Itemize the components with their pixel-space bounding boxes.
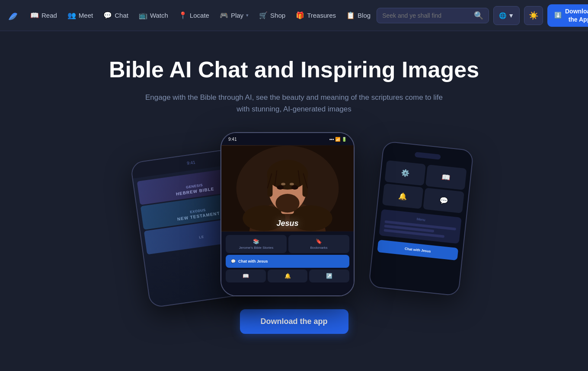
nav-play-label: Play [231, 12, 243, 19]
theme-toggle-button[interactable]: ☀️ [524, 6, 543, 25]
notify-icon: 🔔 [284, 273, 291, 279]
read-action-icon: 📖 [243, 273, 249, 279]
svg-point-12 [291, 185, 298, 190]
nav-shop[interactable]: 🛒 Shop [255, 8, 290, 23]
nav-shop-label: Shop [270, 12, 285, 19]
nav-chat-label: Chat [115, 12, 128, 19]
nav-treasures[interactable]: 🎁 Treasures [291, 8, 340, 23]
nav-treasures-label: Treasures [307, 12, 336, 19]
nav-meet-label: Meet [79, 12, 93, 19]
svg-point-7 [267, 160, 308, 190]
download-app-button[interactable]: ⬇️ Download the App [547, 4, 588, 27]
play-dropdown-icon: ▾ [246, 13, 249, 18]
chat-jesus-label: Chat with Jesus [238, 259, 268, 263]
svg-point-10 [275, 194, 299, 212]
tile-1-icon: ⚙️ [400, 168, 410, 178]
play-icon: 🎮 [220, 11, 228, 19]
language-selector[interactable]: 🌐 ▼ [493, 6, 520, 25]
nav-locate[interactable]: 📍 Locate [174, 8, 214, 23]
hero-section: Bible AI Chat and Inspiring Images Engag… [0, 31, 588, 360]
search-icon: 🔍 [474, 11, 483, 20]
phone-right: ⚙️ 📖 🔔 💬 Menu [368, 141, 474, 296]
action-row-1: 📚 Jerome's Bible Stories 🔖 Bookmarks [226, 235, 349, 253]
search-button[interactable]: 🔍 [474, 11, 483, 20]
app-preview: 9:41 Genesis HEBREW BIBLE Exodus NEW TES… [121, 132, 467, 296]
nav-watch[interactable]: 📺 Watch [134, 8, 173, 23]
download-app-cta-button[interactable]: Download the app [240, 309, 348, 334]
download-icon: ⬇️ [554, 11, 562, 19]
action-bookmarks: 🔖 Bookmarks [288, 235, 349, 253]
phone-time: 9:41 [228, 137, 236, 142]
action-share: ↗️ [309, 270, 349, 282]
action-row-2: 📖 🔔 ↗️ [226, 270, 349, 282]
action-notify: 🔔 [268, 270, 308, 282]
grid-tile-1: ⚙️ [384, 160, 426, 186]
blog-icon: 📋 [346, 11, 355, 19]
locate-icon: 📍 [179, 11, 187, 19]
watch-icon: 📺 [139, 11, 147, 19]
action-read: 📖 [226, 270, 266, 282]
svg-point-14 [290, 183, 294, 185]
treasures-icon: 🎁 [296, 11, 304, 19]
hero-title: Bible AI Chat and Inspiring Images [109, 57, 479, 83]
logo[interactable] [5, 8, 21, 23]
sun-icon: ☀️ [529, 11, 538, 20]
right-phone-grid: ⚙️ 📖 🔔 💬 [382, 160, 467, 213]
jesus-portrait-svg [221, 145, 354, 231]
navbar: 📖 Read 👥 Meet 💬 Chat 📺 Watch 📍 Locate 🎮 … [0, 0, 588, 31]
grid-tile-4: 💬 [423, 188, 464, 213]
phone-actions: 📚 Jerome's Bible Stories 🔖 Bookmarks 💬 C… [221, 231, 354, 295]
chat-icon: 💬 [103, 11, 112, 19]
meet-icon: 👥 [67, 11, 76, 19]
stories-icon: 📚 [253, 238, 259, 244]
flag-icon: 🌐 [499, 12, 506, 19]
nav-blog-label: Blog [358, 12, 371, 19]
phone-signals: ▪▪▪ 📶 🔋 [329, 137, 347, 142]
grid-tile-3: 🔔 [382, 184, 424, 209]
share-icon: ↗️ [326, 273, 332, 279]
grid-tile-2: 📖 [425, 165, 467, 190]
shop-icon: 🛒 [259, 11, 268, 19]
search-bar: 🔍 [377, 8, 489, 23]
stories-label: Jerome's Bible Stories [239, 246, 273, 250]
bookmarks-label: Bookmarks [310, 246, 327, 250]
tile-3-icon: 🔔 [398, 192, 408, 201]
nav-locate-label: Locate [190, 12, 209, 19]
chat-jesus-icon: 💬 [231, 259, 236, 263]
nav-blog[interactable]: 📋 Blog [342, 8, 375, 23]
action-stories: 📚 Jerome's Bible Stories [226, 235, 287, 253]
logo-icon [5, 8, 21, 23]
tile-2-icon: 📖 [441, 173, 451, 182]
nav-meet[interactable]: 👥 Meet [63, 8, 97, 23]
phone-main: 9:41 ▪▪▪ 📶 🔋 [220, 132, 355, 296]
download-app-label: Download the App [565, 7, 588, 23]
bookmarks-icon: 🔖 [316, 238, 322, 244]
nav-chat[interactable]: 💬 Chat [99, 8, 133, 23]
phone-status-bar: 9:41 ▪▪▪ 📶 🔋 [221, 133, 354, 145]
nav-read[interactable]: 📖 Read [26, 8, 61, 23]
jesus-name-label: Jesus [276, 219, 298, 228]
cta-container: Download the app [240, 309, 348, 334]
read-icon: 📖 [30, 11, 39, 19]
nav-read-label: Read [42, 12, 57, 19]
hero-subtitle: Engage with the Bible through AI, see th… [143, 92, 445, 115]
tile-4-icon: 💬 [439, 196, 448, 205]
chat-with-jesus-btn[interactable]: 💬 Chat with Jesus [226, 255, 349, 268]
svg-point-13 [281, 183, 285, 185]
nav-play[interactable]: 🎮 Play ▾ [215, 8, 253, 23]
jesus-image: Jesus [221, 145, 354, 231]
chevron-down-icon: ▼ [508, 12, 514, 19]
search-input[interactable] [382, 12, 470, 19]
svg-point-11 [277, 185, 284, 190]
nav-watch-label: Watch [150, 12, 168, 19]
